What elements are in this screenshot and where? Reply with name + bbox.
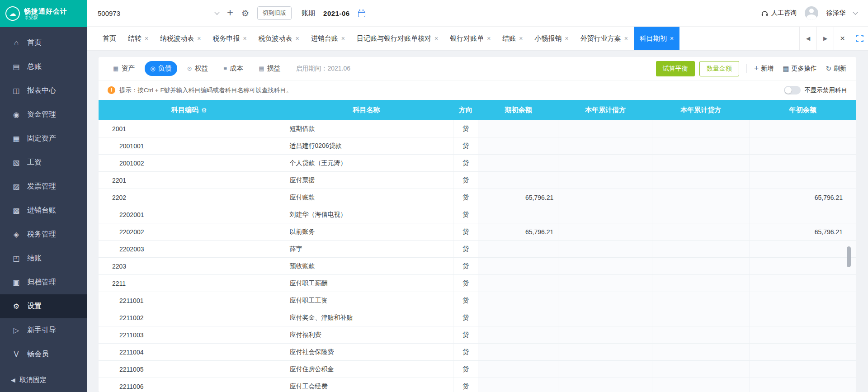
sidebar-item-label: 报表中心 [27,86,56,95]
sidebar-item-进销台账[interactable]: ▩进销台账 [0,198,87,222]
account-settings-gear-button[interactable]: ⚙ [241,9,249,18]
column-settings-gear-icon[interactable]: ⚙ [201,107,207,114]
tab-结账[interactable]: 结账× [496,27,528,50]
cell-ytd-debit [558,155,652,171]
cell-subject-name: 薛宇 [280,241,453,257]
tab-首页[interactable]: 首页 [97,27,122,50]
sidebar-item-首页[interactable]: ⌂首页 [0,31,87,55]
sidebar-item-总账[interactable]: ▤总账 [0,55,87,79]
tab-close-icon[interactable]: × [341,35,345,42]
tab-纳税波动表[interactable]: 纳税波动表× [154,27,207,50]
tab-close-icon[interactable]: × [624,35,628,42]
tab-close-icon[interactable]: × [145,35,148,42]
expand-fullscreen-button[interactable] [851,27,868,50]
tab-close-icon[interactable]: × [565,35,569,42]
table-row[interactable]: 2211003应付福利费贷 [99,326,856,344]
close-tabs-button[interactable]: × [834,27,851,50]
subtab-资产[interactable]: ▦资产 [108,61,140,76]
subtab-权益[interactable]: ⊙权益 [182,61,214,76]
tab-close-icon[interactable]: × [434,35,438,42]
tab-close-icon[interactable]: × [197,35,201,42]
table-row[interactable]: 2001短期借款贷 [99,120,856,137]
sidebar-item-资金管理[interactable]: ◉资金管理 [0,103,87,127]
sidebar-item-设置[interactable]: ⚙设置 [0,294,87,318]
subtab-label: 负债 [158,64,172,73]
support-button[interactable]: 人工咨询 [761,9,797,17]
chevron-down-icon[interactable] [853,9,858,14]
sidebar-item-报表中心[interactable]: ◫报表中心 [0,79,87,103]
add-account-set-button[interactable]: + [227,7,233,18]
subtab-负债[interactable]: ◎负债 [145,61,177,76]
table-row[interactable]: 2211002应付奖金、津贴和补贴贷 [99,309,856,326]
tab-结转[interactable]: 结转× [122,27,154,50]
avatar[interactable] [805,6,818,20]
tab-close-icon[interactable]: × [519,35,523,42]
cell-ytd-debit [558,120,652,137]
table-row[interactable]: 2202003薛宇贷 [99,241,856,258]
sidebar-item-label: 设置 [27,302,42,311]
tab-税负波动表[interactable]: 税负波动表× [253,27,305,50]
cell-subject-name: 应付福利费 [280,326,453,343]
refresh-label: 刷新 [834,65,846,73]
sidebar-item-畅会员[interactable]: Ⅴ畅会员 [0,342,87,366]
sidebar-item-税务管理[interactable]: ◈税务管理 [0,222,87,246]
tab-日记账与银行对账单核对[interactable]: 日记账与银行对账单核对× [351,27,444,50]
cell-year-begin-balance [750,361,856,378]
tab-close-icon[interactable]: × [296,35,299,42]
table-row[interactable]: 2211004应付社会保险费贷 [99,344,856,361]
table-row[interactable]: 2211001应付职工工资贷 [99,292,856,309]
tab-银行对账单[interactable]: 银行对账单× [444,27,496,50]
tab-close-icon[interactable]: × [243,35,246,42]
subtab-损益[interactable]: ▤损益 [253,61,286,76]
sidebar-unpin-button[interactable]: ◀ 取消固定 [0,368,87,392]
table-row[interactable]: 2203预收账款贷 [99,258,856,275]
tab-scroll-right-button[interactable]: ▶ [816,27,834,50]
cell-year-begin-balance [750,172,856,189]
sidebar-item-新手引导[interactable]: ▷新手引导 [0,318,87,342]
trial-balance-button[interactable]: 试算平衡 [656,61,695,76]
hide-disabled-subjects-toggle[interactable] [784,86,801,94]
sidebar-item-结账[interactable]: ◰结账 [0,246,87,270]
tab-close-icon[interactable]: × [487,35,491,42]
pl-subtab-icon: ▤ [259,65,264,72]
sidebar-item-固定资产[interactable]: ▦固定资产 [0,127,87,151]
calendar-icon[interactable] [358,11,365,17]
cell-ytd-debit [558,378,652,392]
table-row[interactable]: 2211应付职工薪酬贷 [99,275,856,292]
tab-scroll-left-button[interactable]: ◀ [799,27,816,50]
table-row[interactable]: 2001001适昌建行0206贷款贷 [99,137,856,155]
cell-ytd-debit [558,223,652,240]
tab-close-icon[interactable]: × [670,35,674,42]
table-row[interactable]: 2202应付账款贷65,796.2165,796.21 [99,189,856,206]
period-value[interactable]: 2021-06 [323,9,350,17]
tab-科目期初[interactable]: 科目期初× [634,27,679,50]
table-row[interactable]: 2211006应付工会经费贷 [99,378,856,392]
cell-year-begin-balance [750,155,856,171]
subtab-成本[interactable]: ≡成本 [218,61,249,76]
tab-外贸行业方案[interactable]: 外贸行业方案× [575,27,634,50]
switch-old-version-button[interactable]: 切到旧版 [257,6,292,20]
table-row[interactable]: 2202002以前账务贷65,796.2165,796.21 [99,223,856,241]
add-subject-button[interactable]: + 新增 [754,65,774,73]
sidebar-item-归档管理[interactable]: ▣归档管理 [0,270,87,294]
quantity-amount-button[interactable]: 数量金额 [699,61,739,76]
table-row[interactable]: 2201应付票据贷 [99,172,856,189]
tab-小畅报销[interactable]: 小畅报销× [529,27,575,50]
table-scrollbar[interactable] [847,246,851,267]
cell-ytd-debit [558,241,652,257]
sidebar-item-发票管理[interactable]: ▨发票管理 [0,175,87,198]
table-row[interactable]: 2001002个人贷款（王元涛）贷 [99,155,856,172]
refresh-button[interactable]: ↻ 刷新 [826,65,846,73]
tab-进销台账[interactable]: 进销台账× [305,27,351,50]
logo-edition-badge: 专业版 [24,15,67,20]
tab-税务申报[interactable]: 税务申报× [207,27,252,50]
account-set-select[interactable]: 500973 [98,9,219,17]
table-row[interactable]: 2202001刘建华（海信电视）贷 [99,206,856,223]
more-operations-button[interactable]: ▦ 更多操作 [783,65,816,73]
logo-text: 畅捷通好会计 专业版 [24,7,67,20]
cell-begin-balance [478,155,559,171]
user-name[interactable]: 徐泽华 [826,9,845,17]
table-row[interactable]: 2211005应付住房公积金贷 [99,361,856,378]
app-logo[interactable]: ☁ 畅捷通好会计 专业版 [0,0,87,27]
sidebar-item-工资[interactable]: ▧工资 [0,151,87,175]
